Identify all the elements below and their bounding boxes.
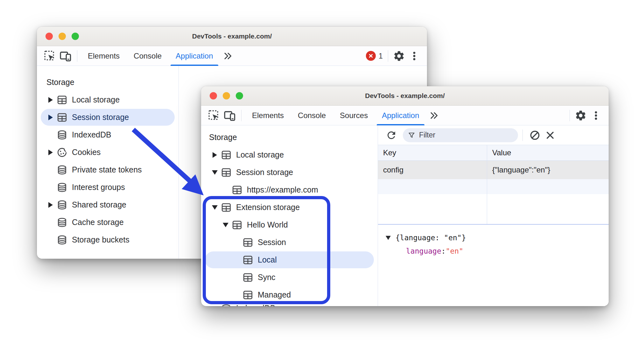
tree-item-sync[interactable]: Sync [201, 269, 378, 286]
minimize-button[interactable] [223, 92, 230, 100]
table-filler [378, 194, 609, 224]
tab-console[interactable]: Console [127, 46, 168, 66]
screenshot-stage: DevTools - example.com/ Elements Console… [0, 0, 644, 344]
more-tabs-icon[interactable] [220, 48, 236, 64]
preview-property-row[interactable]: language: "en" [378, 244, 609, 258]
key-value-table: Key Value config {"language":"en"} [378, 145, 609, 225]
column-header-value: Value [487, 145, 609, 160]
chevron-down-icon[interactable] [209, 170, 220, 175]
window-title: DevTools - example.com/ [365, 92, 445, 100]
filter-pill[interactable] [403, 128, 518, 142]
table-header-row: Key Value [378, 145, 609, 161]
filter-input[interactable] [418, 130, 513, 140]
column-header-key: Key [378, 145, 487, 160]
property-separator: : [441, 247, 446, 255]
refresh-icon[interactable] [384, 128, 399, 143]
database-icon [221, 304, 232, 306]
cookie-icon [57, 147, 67, 158]
expander-down-icon[interactable] [386, 236, 391, 240]
devtools-window-front: DevTools - example.com/ Elements Console… [201, 86, 609, 306]
zoom-button[interactable] [72, 33, 79, 40]
storage-section-header: Storage [201, 129, 378, 146]
tree-item-local[interactable]: Local [201, 251, 378, 269]
inspect-element-icon[interactable] [206, 108, 221, 123]
tree-item-shared-storage[interactable]: Shared storage [37, 196, 178, 214]
tab-console[interactable]: Console [291, 106, 332, 125]
table-row-empty[interactable] [378, 179, 609, 194]
delete-selected-icon[interactable] [542, 128, 558, 143]
settings-gear-icon[interactable] [391, 48, 407, 64]
titlebar[interactable]: DevTools - example.com/ [37, 27, 427, 46]
cell-value[interactable]: {"language":"en"} [487, 161, 609, 179]
zoom-button[interactable] [236, 92, 243, 100]
tree-item-cache-storage[interactable]: Cache storage [37, 214, 178, 231]
error-count: 1 [379, 52, 383, 60]
error-badge[interactable]: 1 [366, 51, 383, 61]
chevron-down-icon[interactable] [209, 205, 220, 210]
storage-tree: Storage Local storage Session storage [201, 125, 378, 306]
tab-application[interactable]: Application [375, 106, 426, 125]
tree-item-managed[interactable]: Managed [201, 286, 378, 304]
table-row-config[interactable]: config {"language":"en"} [378, 161, 609, 179]
tab-sources[interactable]: Sources [333, 106, 374, 125]
inspect-element-icon[interactable] [42, 48, 57, 64]
tree-item-example-com[interactable]: https://example.com [201, 181, 378, 199]
devtools-toolbar: Elements Console Sources Application [201, 106, 609, 125]
chevron-right-icon[interactable] [209, 152, 220, 158]
menu-dots-icon[interactable] [588, 108, 604, 123]
tree-item-interest-groups[interactable]: Interest groups [37, 179, 178, 196]
settings-gear-icon[interactable] [573, 108, 588, 123]
database-icon [57, 130, 67, 140]
clear-all-icon[interactable] [527, 128, 542, 143]
devtools-toolbar: Elements Console Application 1 [37, 46, 427, 66]
error-icon [366, 51, 376, 61]
tab-elements[interactable]: Elements [81, 46, 126, 66]
value-preview-pane: {language: "en"} language: "en" [378, 225, 609, 306]
chevron-right-icon[interactable] [45, 115, 56, 120]
close-button[interactable] [210, 92, 217, 100]
tree-item-indexeddb-clipped[interactable]: IndexedDB [201, 304, 378, 306]
chevron-right-icon[interactable] [45, 202, 56, 208]
tree-item-local-storage[interactable]: Local storage [37, 91, 178, 109]
tab-elements[interactable]: Elements [245, 106, 290, 125]
toolbar-divider [241, 110, 242, 121]
device-toolbar-icon[interactable] [58, 48, 73, 64]
storage-section-header: Storage [37, 74, 178, 91]
close-button[interactable] [46, 33, 53, 40]
minimize-button[interactable] [59, 33, 66, 40]
tree-item-session-storage[interactable]: Session storage [37, 109, 178, 126]
tree-item-local-storage[interactable]: Local storage [201, 146, 378, 164]
tree-item-session[interactable]: Session [201, 234, 378, 251]
chevron-right-icon[interactable] [45, 97, 56, 103]
storage-tree: Storage Local storage Session storage [37, 66, 178, 249]
tree-item-private-state-tokens[interactable]: Private state tokens [37, 161, 178, 179]
tree-item-storage-buckets[interactable]: Storage buckets [37, 231, 178, 249]
tab-application[interactable]: Application [169, 46, 220, 66]
chevron-right-icon[interactable] [45, 150, 56, 155]
toolbar-divider [388, 50, 388, 62]
database-icon [57, 165, 67, 175]
property-name: language [406, 247, 441, 255]
data-panel-toolbar [378, 125, 609, 145]
tree-item-indexeddb[interactable]: IndexedDB [37, 126, 178, 144]
tree-item-cookies[interactable]: Cookies [37, 144, 178, 161]
toolbar-divider [77, 50, 77, 62]
tree-item-extension-storage[interactable]: Extension storage [201, 199, 378, 216]
preview-object-summary[interactable]: {language: "en"} [378, 231, 609, 244]
chevron-down-icon[interactable] [220, 223, 231, 227]
more-tabs-icon[interactable] [427, 108, 442, 123]
toolbar-divider [522, 130, 523, 141]
titlebar[interactable]: DevTools - example.com/ [201, 86, 609, 106]
cell-key[interactable]: config [378, 161, 487, 179]
property-value: "en" [446, 247, 463, 255]
menu-dots-icon[interactable] [407, 48, 422, 64]
tree-item-hello-world[interactable]: Hello World [201, 216, 378, 234]
device-toolbar-icon[interactable] [222, 108, 237, 123]
database-icon [57, 200, 67, 210]
storage-sidebar: Storage Local storage Session storage [201, 125, 378, 306]
tree-item-session-storage[interactable]: Session storage [201, 164, 378, 181]
traffic-lights [46, 33, 79, 40]
traffic-lights [210, 92, 243, 100]
database-icon [57, 182, 67, 193]
window-title: DevTools - example.com/ [192, 32, 272, 40]
